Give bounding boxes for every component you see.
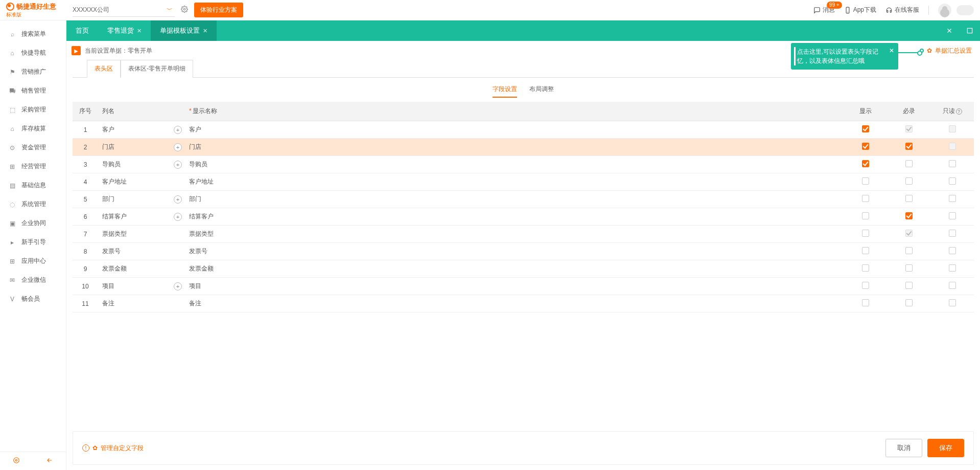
checkbox[interactable]: [949, 247, 956, 254]
sidebar-item-3[interactable]: ⛟销售管理: [0, 81, 66, 100]
settings-gear-icon[interactable]: [181, 6, 188, 14]
sidebar-collapse-icon[interactable]: [46, 457, 53, 465]
mid-tab-1[interactable]: 布局调整: [529, 85, 554, 98]
mid-tab-0[interactable]: 字段设置: [493, 85, 517, 98]
summary-settings-link[interactable]: ✿ 单据汇总设置: [920, 47, 972, 55]
checkbox[interactable]: [862, 195, 869, 202]
tab-1[interactable]: 零售退货✕: [98, 20, 151, 41]
sidebar-item-8[interactable]: ▤基础信息: [0, 176, 66, 195]
checkbox[interactable]: [862, 282, 869, 289]
table-row[interactable]: 7票据类型票据类型: [73, 226, 974, 243]
sidebar-item-13[interactable]: ✉企业微信: [0, 271, 66, 289]
checkbox[interactable]: [862, 125, 869, 132]
checkbox[interactable]: [905, 160, 913, 167]
close-icon[interactable]: ✕: [137, 28, 142, 34]
sidebar-item-4[interactable]: ⬚采购管理: [0, 100, 66, 119]
cell-display[interactable]: 发票金额: [185, 260, 844, 278]
table-row[interactable]: 1客户+客户: [73, 121, 974, 139]
checkbox[interactable]: [949, 282, 956, 289]
checkbox[interactable]: [862, 212, 869, 219]
cancel-button[interactable]: 取消: [885, 439, 922, 457]
sidebar-item-2[interactable]: ⚑营销推广: [0, 62, 66, 81]
checkbox[interactable]: [949, 195, 956, 202]
sidebar-item-14[interactable]: V畅会员: [0, 289, 66, 308]
add-icon[interactable]: +: [174, 143, 182, 151]
sidebar-item-12[interactable]: ⊞应用中心: [0, 252, 66, 271]
cell-display[interactable]: 部门: [185, 191, 844, 208]
tabbar-close-icon[interactable]: [939, 20, 960, 41]
checkbox[interactable]: [905, 212, 913, 219]
table-row[interactable]: 11备注备注: [73, 295, 974, 312]
table-row[interactable]: 10项目+项目: [73, 278, 974, 295]
panel-toggle-icon[interactable]: ▶: [72, 46, 81, 55]
sidebar-item-7[interactable]: ⊞经营管理: [0, 157, 66, 176]
help-icon[interactable]: ?: [956, 108, 962, 115]
sub-tab-0[interactable]: 表头区: [87, 60, 121, 78]
checkbox[interactable]: [949, 160, 956, 167]
tabbar-fullscreen-icon[interactable]: [960, 20, 980, 41]
checkbox[interactable]: [949, 264, 956, 272]
checkbox[interactable]: [949, 299, 956, 306]
checkbox[interactable]: [862, 143, 869, 150]
app-download-link[interactable]: App下载: [844, 6, 876, 14]
sidebar-item-0[interactable]: ⌕搜索菜单: [0, 25, 66, 43]
checkbox[interactable]: [905, 177, 913, 185]
checkbox[interactable]: [862, 264, 869, 272]
cell-display[interactable]: 备注: [185, 295, 844, 312]
cell-display[interactable]: 发票号: [185, 243, 844, 260]
add-icon[interactable]: +: [174, 195, 182, 204]
sidebar-item-9[interactable]: ◌系统管理: [0, 195, 66, 214]
sidebar-item-10[interactable]: ▣企业协同: [0, 214, 66, 233]
cell-name: 备注: [98, 295, 185, 312]
support-link[interactable]: 在线客服: [885, 6, 919, 14]
table-row[interactable]: 4客户地址客户地址: [73, 173, 974, 191]
table-row[interactable]: 9发票金额发票金额: [73, 260, 974, 278]
tab-0[interactable]: 首页: [66, 20, 98, 41]
checkbox[interactable]: [862, 247, 869, 254]
add-icon[interactable]: +: [174, 213, 182, 221]
add-icon[interactable]: +: [174, 126, 182, 134]
cell-display[interactable]: 门店: [185, 139, 844, 156]
sidebar-settings-icon[interactable]: [13, 457, 20, 465]
cell-display[interactable]: 客户地址: [185, 173, 844, 191]
table-row[interactable]: 8发票号发票号: [73, 243, 974, 260]
add-icon[interactable]: +: [174, 282, 182, 290]
tab-2[interactable]: 单据模板设置✕: [151, 20, 217, 41]
table-row[interactable]: 3导购员+导购员: [73, 156, 974, 173]
checkbox[interactable]: [862, 177, 869, 185]
table-row[interactable]: 2门店+门店: [73, 139, 974, 156]
manage-custom-fields-link[interactable]: ! ✿ 管理自定义字段: [82, 444, 144, 453]
cell-display[interactable]: 票据类型: [185, 226, 844, 243]
user-avatar[interactable]: [938, 4, 974, 17]
checkbox[interactable]: [862, 299, 869, 306]
checkbox[interactable]: [949, 212, 956, 219]
sidebar-item-5[interactable]: ⌂库存核算: [0, 119, 66, 138]
messages-link[interactable]: 消息 99 +: [813, 6, 835, 14]
sidebar-item-6[interactable]: ⊙资金管理: [0, 138, 66, 157]
checkbox[interactable]: [905, 247, 913, 254]
checkbox[interactable]: [905, 195, 913, 202]
cell-display[interactable]: 客户: [185, 121, 844, 139]
checkbox[interactable]: [905, 299, 913, 306]
checkbox[interactable]: [862, 230, 869, 237]
company-select[interactable]: XXXXXX公司 ﹀: [73, 4, 175, 17]
checkbox[interactable]: [862, 160, 869, 167]
cell-display[interactable]: 导购员: [185, 156, 844, 173]
sidebar-item-11[interactable]: ▸新手引导: [0, 233, 66, 252]
checkbox[interactable]: [949, 230, 956, 237]
cell-display[interactable]: 结算客户: [185, 208, 844, 226]
checkbox[interactable]: [949, 177, 956, 185]
table-row[interactable]: 6结算客户+结算客户: [73, 208, 974, 226]
sub-tab-1[interactable]: 表体区-零售开单明细: [121, 60, 193, 78]
try-industry-button[interactable]: 体验行业方案: [194, 3, 243, 17]
checkbox[interactable]: [905, 264, 913, 272]
save-button[interactable]: 保存: [927, 439, 964, 457]
checkbox[interactable]: [905, 143, 913, 150]
cell-display[interactable]: 项目: [185, 278, 844, 295]
add-icon[interactable]: +: [174, 161, 182, 169]
close-icon[interactable]: ✕: [203, 28, 207, 34]
checkbox[interactable]: [905, 282, 913, 289]
sidebar-item-1[interactable]: ⌂快捷导航: [0, 43, 66, 62]
close-icon[interactable]: ✕: [889, 46, 894, 55]
table-row[interactable]: 5部门+部门: [73, 191, 974, 208]
